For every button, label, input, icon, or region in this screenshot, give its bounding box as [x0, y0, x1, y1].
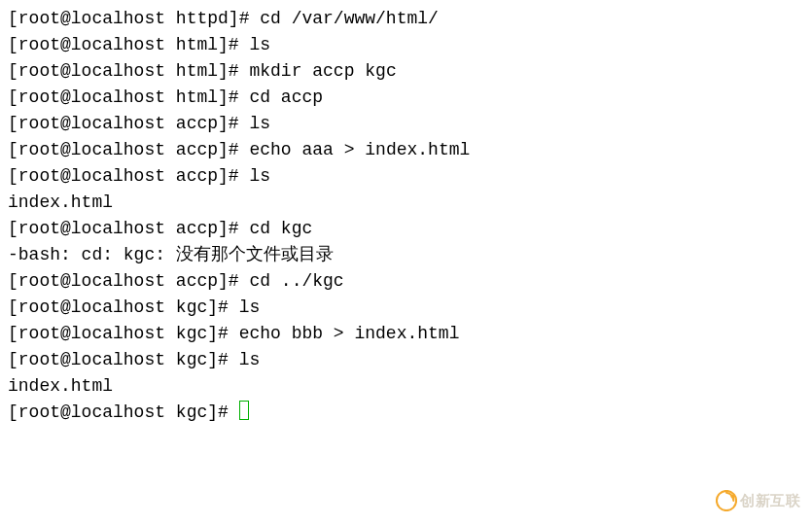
cursor[interactable]: [239, 401, 249, 420]
shell-prompt: [root@localhost accp]#: [8, 114, 249, 133]
terminal-command-line: [root@localhost kgc]#: [8, 400, 804, 426]
command-text: ls: [249, 166, 270, 186]
command-text: ls: [239, 298, 261, 317]
terminal-output-line: index.html: [8, 373, 804, 400]
terminal-output-line: index.html: [8, 190, 804, 216]
shell-prompt: [root@localhost html]#: [8, 35, 249, 54]
shell-prompt: [root@localhost html]#: [8, 88, 249, 107]
terminal-command-line: [root@localhost accp]# ls: [8, 111, 804, 137]
terminal-command-line: [root@localhost accp]# ls: [8, 163, 804, 190]
command-text: cd accp: [249, 88, 323, 107]
terminal-command-line: [root@localhost kgc]# echo bbb > index.h…: [8, 321, 804, 347]
command-text: cd /var/www/html/: [260, 9, 439, 28]
watermark-text: 创新互联: [740, 490, 800, 512]
command-text: ls: [239, 350, 261, 369]
terminal-command-line: [root@localhost httpd]# cd /var/www/html…: [8, 6, 804, 32]
command-text: cd ../kgc: [249, 271, 343, 291]
terminal-command-line: [root@localhost html]# mkdir accp kgc: [8, 58, 804, 85]
command-text: echo aaa > index.html: [249, 140, 470, 159]
terminal-command-line: [root@localhost kgc]# ls: [8, 347, 804, 373]
svg-point-1: [730, 494, 734, 498]
command-text: mkdir accp kgc: [249, 61, 396, 81]
shell-prompt: [root@localhost kgc]#: [8, 324, 239, 343]
watermark: 创新互联: [716, 490, 800, 512]
terminal-command-line: [root@localhost accp]# cd kgc: [8, 216, 804, 242]
shell-prompt: [root@localhost html]#: [8, 61, 249, 81]
shell-prompt: [root@localhost accp]#: [8, 166, 249, 186]
shell-prompt: [root@localhost kgc]#: [8, 298, 239, 317]
command-text: cd kgc: [249, 219, 312, 238]
output-text: index.html: [8, 192, 113, 212]
shell-prompt: [root@localhost kgc]#: [8, 402, 239, 422]
shell-prompt: [root@localhost kgc]#: [8, 350, 239, 369]
terminal-command-line: [root@localhost html]# cd accp: [8, 85, 804, 111]
output-text: -bash: cd: kgc: 没有那个文件或目录: [8, 245, 334, 264]
command-text: echo bbb > index.html: [239, 324, 460, 343]
shell-prompt: [root@localhost accp]#: [8, 219, 249, 238]
shell-prompt: [root@localhost accp]#: [8, 271, 249, 291]
terminal-command-line: [root@localhost kgc]# ls: [8, 295, 804, 321]
terminal-command-line: [root@localhost accp]# cd ../kgc: [8, 268, 804, 295]
command-text: ls: [249, 114, 270, 133]
shell-prompt: [root@localhost accp]#: [8, 140, 249, 159]
terminal-command-line: [root@localhost html]# ls: [8, 32, 804, 58]
terminal-command-line: [root@localhost accp]# echo aaa > index.…: [8, 137, 804, 163]
output-text: index.html: [8, 376, 113, 396]
watermark-logo-icon: [716, 490, 737, 511]
terminal-output: [root@localhost httpd]# cd /var/www/html…: [8, 6, 804, 426]
command-text: ls: [249, 35, 270, 54]
shell-prompt: [root@localhost httpd]#: [8, 9, 260, 28]
terminal-output-line: -bash: cd: kgc: 没有那个文件或目录: [8, 242, 804, 268]
